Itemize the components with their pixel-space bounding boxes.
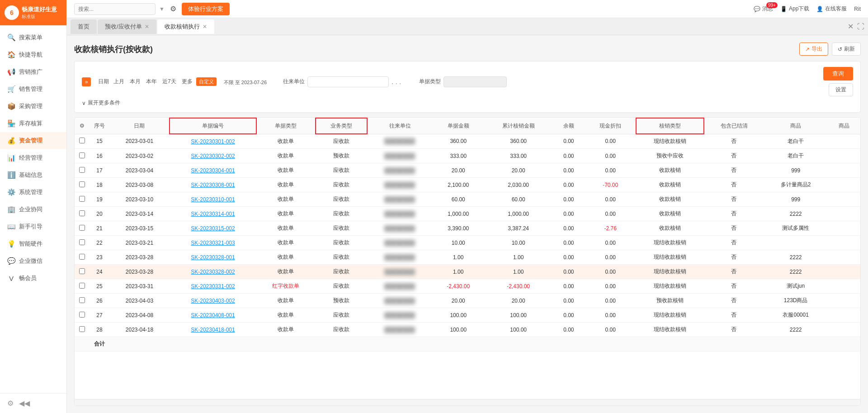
table-row[interactable]: 24 2023-03-28 SK-20230328-002 收款单 应收款 ██…: [75, 265, 860, 279]
cell-checkbox[interactable]: [75, 149, 90, 163]
filter-date-7days[interactable]: 近7天: [160, 77, 178, 86]
sidebar-item-marketing[interactable]: 📢营销推广: [0, 63, 66, 81]
row-checkbox[interactable]: [79, 239, 85, 245]
cell-checkbox[interactable]: [75, 323, 90, 337]
tab-fullscreen-icon[interactable]: ⛶: [857, 23, 864, 31]
table-row[interactable]: 26 2023-04-03 SK-20230403-002 收款单 预收款 ██…: [75, 294, 860, 308]
cell-voucher-no[interactable]: SK-20230310-001: [170, 192, 256, 207]
cell-voucher-no[interactable]: SK-20230315-002: [170, 221, 256, 236]
table-row[interactable]: 22 2023-03-21 SK-20230321-003 收款单 应收款 ██…: [75, 236, 860, 250]
cell-voucher-no[interactable]: SK-20230314-001: [170, 207, 256, 221]
sidebar-item-search[interactable]: 🔍搜索菜单: [0, 29, 66, 46]
topbar-gear-icon[interactable]: ⚙: [168, 3, 178, 15]
filter-date-this-month[interactable]: 本月: [128, 77, 142, 86]
table-row[interactable]: 15 2023-03-01 SK-20230301-002 收款单 应收款 ██…: [75, 134, 860, 149]
cell-checkbox[interactable]: [75, 163, 90, 178]
filter-dots-icon[interactable]: ...: [392, 78, 403, 86]
table-row[interactable]: 20 2023-03-14 SK-20230314-001 收款单 应收款 ██…: [75, 207, 860, 221]
row-checkbox[interactable]: [79, 210, 85, 216]
cell-voucher-no[interactable]: SK-20230328-002: [170, 265, 256, 279]
topbar-search-input[interactable]: [74, 3, 156, 15]
filter-collapse-btn[interactable]: »: [82, 77, 91, 86]
tab-prepay[interactable]: 预收/应收付单 ✕: [98, 19, 156, 34]
export-button[interactable]: ↗ 导出: [799, 43, 828, 56]
cell-checkbox[interactable]: [75, 192, 90, 207]
voucher-no-link[interactable]: SK-20230418-001: [191, 327, 235, 333]
voucher-no-link[interactable]: SK-20230331-002: [191, 283, 235, 290]
sidebar-item-wechat[interactable]: 💬企业微信: [0, 252, 66, 270]
table-row[interactable]: 17 2023-03-04 SK-20230304-001 收款单 应收款 ██…: [75, 163, 860, 178]
topbar-user-name[interactable]: Rit: [854, 6, 861, 12]
table-row[interactable]: 19 2023-03-10 SK-20230310-001 收款单 应收款 ██…: [75, 192, 860, 207]
col-settings-header[interactable]: ⚙: [75, 118, 90, 134]
row-checkbox[interactable]: [79, 181, 85, 187]
voucher-no-link[interactable]: SK-20230304-001: [191, 167, 235, 174]
cell-checkbox[interactable]: [75, 308, 90, 323]
tab-close-all-icon[interactable]: ✕: [848, 22, 854, 31]
filter-expand-btn[interactable]: ∨ 展开更多条件: [82, 99, 853, 107]
filter-voucher-type-select[interactable]: [443, 76, 507, 87]
table-row[interactable]: 28 2023-04-18 SK-20230418-001 收款单 应收款 ██…: [75, 323, 860, 337]
voucher-no-link[interactable]: SK-20230403-002: [191, 298, 235, 304]
cell-checkbox[interactable]: [75, 207, 90, 221]
row-checkbox[interactable]: [79, 312, 85, 318]
table-row[interactable]: 16 2023-03-02 SK-20230302-002 收款单 预收款 ██…: [75, 149, 860, 163]
row-checkbox[interactable]: [79, 268, 85, 274]
filter-date-custom-btn[interactable]: 自定义: [196, 77, 217, 86]
filter-partner-input[interactable]: [307, 76, 389, 87]
sidebar-item-enterprise[interactable]: 🏢企业协同: [0, 201, 66, 218]
voucher-no-link[interactable]: SK-20230328-001: [191, 254, 235, 261]
cell-voucher-no[interactable]: SK-20230331-002: [170, 279, 256, 294]
filter-date-more[interactable]: 更多: [180, 77, 194, 86]
sidebar-item-quick-nav[interactable]: 🏠快捷导航: [0, 46, 66, 63]
cell-voucher-no[interactable]: SK-20230321-003: [170, 236, 256, 250]
sidebar-item-system[interactable]: ⚙️系统管理: [0, 184, 66, 201]
table-row[interactable]: 23 2023-03-28 SK-20230328-001 收款单 应收款 ██…: [75, 250, 860, 265]
voucher-no-link[interactable]: SK-20230314-001: [191, 211, 235, 217]
row-checkbox[interactable]: [79, 167, 85, 173]
refresh-button[interactable]: ↺ 刷新: [832, 43, 861, 56]
table-row[interactable]: 27 2023-04-08 SK-20230408-001 收款单 应收款 ██…: [75, 308, 860, 323]
table-row[interactable]: 25 2023-03-31 SK-20230331-002 红字收款单 应收款 …: [75, 279, 860, 294]
topbar-app-download[interactable]: 📱 App下载: [780, 5, 809, 13]
cell-voucher-no[interactable]: SK-20230328-001: [170, 250, 256, 265]
topbar-dropdown-arrow[interactable]: ▼: [159, 6, 165, 12]
sidebar-item-guide[interactable]: 📖新手引导: [0, 218, 66, 235]
row-checkbox[interactable]: [79, 297, 85, 303]
sidebar-item-hardware[interactable]: 💡智能硬件: [0, 235, 66, 252]
row-checkbox[interactable]: [79, 326, 85, 332]
row-checkbox[interactable]: [79, 138, 85, 143]
tab-receipt-exec-close[interactable]: ✕: [203, 24, 207, 30]
cell-voucher-no[interactable]: SK-20230308-001: [170, 178, 256, 192]
table-scrollbar[interactable]: [75, 399, 860, 405]
cell-checkbox[interactable]: [75, 221, 90, 236]
row-checkbox[interactable]: [79, 196, 85, 202]
cell-checkbox[interactable]: [75, 236, 90, 250]
topbar-online-service[interactable]: 👤 在线客服: [816, 5, 847, 13]
cell-voucher-no[interactable]: SK-20230301-002: [170, 134, 256, 149]
table-wrap[interactable]: ⚙ 序号 日期 单据编号 单据类型 业务类型 往来单位 单据金额 累计核销金额 …: [75, 118, 860, 399]
cell-voucher-no[interactable]: SK-20230304-001: [170, 163, 256, 178]
sidebar-settings-icon[interactable]: ⚙: [7, 399, 14, 408]
tab-home[interactable]: 首页: [71, 19, 97, 34]
sidebar-collapse-icon[interactable]: ◀◀: [19, 399, 30, 408]
voucher-no-link[interactable]: SK-20230310-001: [191, 196, 235, 203]
voucher-no-link[interactable]: SK-20230321-003: [191, 240, 235, 246]
cell-voucher-no[interactable]: SK-20230408-001: [170, 308, 256, 323]
sidebar-item-member[interactable]: V畅会员: [0, 270, 66, 287]
filter-date-this-year[interactable]: 本年: [144, 77, 159, 86]
cell-checkbox[interactable]: [75, 279, 90, 294]
cell-checkbox[interactable]: [75, 178, 90, 192]
table-row[interactable]: 18 2023-03-08 SK-20230308-001 收款单 应收款 ██…: [75, 178, 860, 192]
voucher-no-link[interactable]: SK-20230302-002: [191, 153, 235, 159]
topbar-messages[interactable]: 💬 消息 99+: [754, 5, 773, 13]
filter-date-last-month[interactable]: 上月: [112, 77, 126, 86]
query-button[interactable]: 查询: [823, 67, 853, 81]
row-checkbox[interactable]: [79, 283, 85, 289]
sidebar-item-basic[interactable]: ℹ️基础信息: [0, 166, 66, 184]
voucher-no-link[interactable]: SK-20230328-002: [191, 269, 235, 275]
voucher-no-link[interactable]: SK-20230308-001: [191, 182, 235, 188]
voucher-no-link[interactable]: SK-20230408-001: [191, 312, 235, 318]
table-row[interactable]: 21 2023-03-15 SK-20230315-002 收款单 应收款 ██…: [75, 221, 860, 236]
sidebar-item-operation[interactable]: 📊经营管理: [0, 149, 66, 166]
